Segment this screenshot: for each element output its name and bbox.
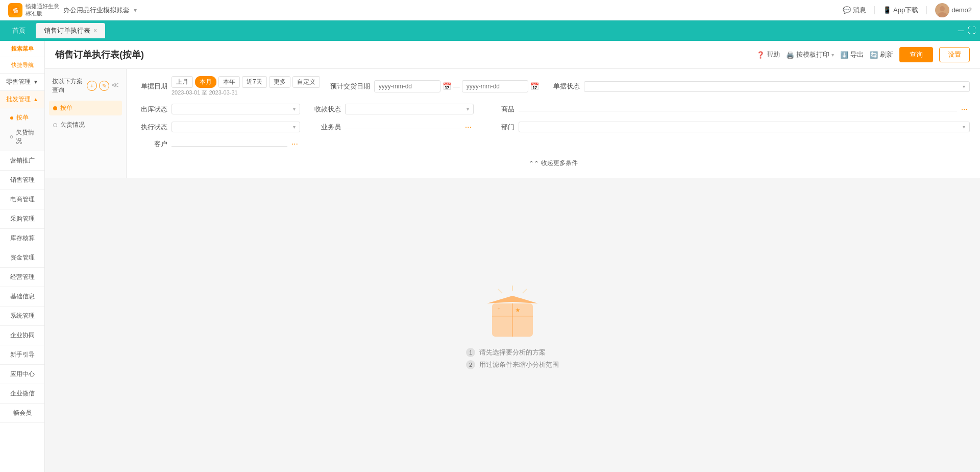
industry-label[interactable]: 办公用品行业模拟账套 [63, 6, 130, 15]
exec-status-label: 执行状态 [137, 123, 167, 132]
sidebar-item-retail[interactable]: 零售管理 ▼ [0, 74, 44, 91]
salesperson-input[interactable] [345, 125, 461, 129]
date-btn-this-month[interactable]: 本月 [195, 76, 216, 88]
date-btn-more[interactable]: 更多 [269, 76, 290, 88]
help-action[interactable]: ❓ 帮助 [756, 50, 780, 59]
sidebar-item-wechat[interactable]: 企业微信 [0, 384, 44, 404]
sidebar-item-member[interactable]: 畅会员 [0, 404, 44, 423]
tab-close-icon[interactable]: × [93, 27, 97, 34]
sidebar-item-inventory[interactable]: 库存核算 [0, 229, 44, 248]
sidebar-item-marketing[interactable]: 营销推广 [0, 151, 44, 171]
dept-select[interactable]: ▾ [519, 122, 970, 132]
sidebar-item-newbie[interactable]: 新手引导 [0, 345, 44, 365]
sidebar-item-enterprise[interactable]: 企业协同 [0, 326, 44, 345]
edit-plan-icon[interactable]: ✎ [99, 81, 109, 91]
export-action[interactable]: ⬇️ 导出 [840, 50, 864, 59]
empty-illustration-svg: ★ ✦ [482, 280, 543, 342]
sidebar-item-purchase[interactable]: 采购管理 [0, 209, 44, 229]
filter-header-icons: + ✎ ≪ [87, 81, 119, 91]
receive-status-chevron: ▾ [467, 106, 469, 112]
customer-label: 客户 [137, 139, 167, 149]
date-range-text: 2023-03-01 至 2023-03-31 [172, 89, 320, 97]
sidebar-item-operations[interactable]: 经营管理 [0, 268, 44, 287]
expected-date-start[interactable] [374, 80, 440, 92]
sidebar-wholesale-arrow: ▲ [33, 97, 38, 102]
help-icon: ❓ [756, 51, 765, 59]
receive-status-label: 收款状态 [310, 105, 341, 114]
single-status-select[interactable]: ▾ [584, 81, 970, 92]
sidebar-retail-arrow: ▼ [33, 79, 38, 85]
query-button[interactable]: 查询 [899, 47, 933, 62]
industry-dropdown-icon[interactable]: ▾ [134, 7, 137, 14]
refresh-action[interactable]: 🔄 刷新 [870, 50, 893, 59]
date-btn-7days[interactable]: 近7天 [242, 76, 267, 88]
date-btn-last-month[interactable]: 上月 [172, 76, 193, 88]
tab-minimize-icon[interactable]: ─ [958, 26, 964, 35]
expected-date-end[interactable] [462, 80, 528, 92]
filter-row-4: 客户 ··· [137, 139, 970, 149]
sidebar-sub-欠货情况[interactable]: 欠货情况 [6, 125, 38, 149]
logo-box: 畅 畅捷通好生意 标准版 [8, 3, 59, 17]
app-download-action[interactable]: 📱 App下载 [883, 6, 918, 15]
cal-icon-2[interactable]: 📅 [530, 82, 539, 90]
logo-icon: 畅 [8, 3, 22, 17]
salesperson-dots-icon[interactable]: ··· [463, 123, 474, 132]
field-single-date: 单据日期 上月 本月 本年 近7天 更多 自定义 2023-03-01 至 20… [137, 76, 320, 97]
date-btn-custom[interactable]: 自定义 [292, 76, 320, 88]
svg-text:★: ★ [515, 306, 521, 314]
sidebar-sub-按单[interactable]: 按单 [6, 110, 38, 125]
message-action[interactable]: 💬 消息 [843, 6, 866, 15]
receive-status-select[interactable]: ▾ [345, 104, 474, 114]
logo-text: 畅捷通好生意 标准版 [26, 3, 59, 16]
sidebar-item-app-center[interactable]: 应用中心 [0, 365, 44, 384]
filter-menu-欠货情况[interactable]: 欠货情况 [49, 117, 122, 132]
collapse-button[interactable]: ⌃⌃ 收起更多条件 [529, 159, 578, 168]
avatar [935, 3, 949, 17]
customer-input[interactable] [172, 142, 287, 147]
sidebar-item-sales[interactable]: 销售管理 [0, 171, 44, 190]
svg-marker-6 [487, 296, 538, 303]
sidebar-item-wholesale[interactable]: 批发管理 ▲ [0, 91, 44, 108]
sidebar-item-ecommerce[interactable]: 电商管理 [0, 190, 44, 209]
date-btn-group: 上月 本月 本年 近7天 更多 自定义 [172, 76, 320, 88]
sidebar-item-basic[interactable]: 基础信息 [0, 287, 44, 306]
sidebar-item-system[interactable]: 系统管理 [0, 306, 44, 326]
field-dept: 部门 ▾ [484, 122, 970, 132]
filter-panel: 按以下方案查询 + ✎ ≪ 按单 欠货情况 [45, 69, 980, 178]
date-btn-this-year[interactable]: 本年 [218, 76, 240, 88]
user-action[interactable]: demo2 [935, 3, 972, 17]
dept-chevron: ▾ [963, 124, 965, 130]
out-status-chevron: ▾ [293, 106, 296, 112]
top-bar-left: 畅 畅捷通好生意 标准版 办公用品行业模拟账套 ▾ [8, 3, 137, 17]
filter-menu-按单[interactable]: 按单 [49, 101, 122, 115]
divider1 [874, 6, 875, 14]
collapse-left-icon[interactable]: ≪ [111, 81, 119, 91]
exec-status-select[interactable]: ▾ [172, 122, 300, 132]
export-icon: ⬇️ [840, 51, 848, 59]
tab-active-label: 销售订单执行表 [44, 26, 90, 35]
field-single-status: 单据状态 ▾ [549, 81, 970, 92]
goods-dots-icon[interactable]: ··· [959, 105, 970, 114]
sidebar-search[interactable]: 搜索菜单 [0, 41, 44, 57]
print-icon: 🖨️ [786, 51, 794, 59]
out-status-select[interactable]: ▾ [172, 104, 300, 114]
exec-status-chevron: ▾ [293, 124, 296, 130]
expected-date-label: 预计交货日期 [330, 82, 370, 91]
svg-line-13 [498, 289, 502, 293]
settings-button[interactable]: 设置 [939, 47, 970, 62]
field-goods: 商品 ··· [484, 105, 970, 114]
tab-home[interactable]: 首页 [4, 23, 34, 38]
empty-tip-2: 2 用过滤条件来缩小分析范围 [466, 360, 559, 369]
empty-tips: 1 请先选择要分析的方案 2 用过滤条件来缩小分析范围 [466, 348, 559, 369]
goods-input[interactable] [519, 107, 957, 111]
top-bar: 畅 畅捷通好生意 标准版 办公用品行业模拟账套 ▾ 💬 消息 📱 App下载 d… [0, 0, 980, 20]
cal-icon-1[interactable]: 📅 [443, 82, 451, 90]
tab-fullscreen-icon[interactable]: ⛶ [968, 26, 976, 35]
sidebar-quick-nav[interactable]: 快捷导航 [0, 57, 44, 74]
customer-dots-icon[interactable]: ··· [289, 139, 300, 149]
filter-plan-label: 按以下方案查询 [52, 77, 87, 95]
add-plan-icon[interactable]: + [87, 81, 97, 91]
tab-active[interactable]: 销售订单执行表 × [36, 23, 105, 38]
print-action[interactable]: 🖨️ 按模板打印 ▾ [786, 50, 834, 59]
sidebar-item-finance[interactable]: 资金管理 [0, 248, 44, 268]
